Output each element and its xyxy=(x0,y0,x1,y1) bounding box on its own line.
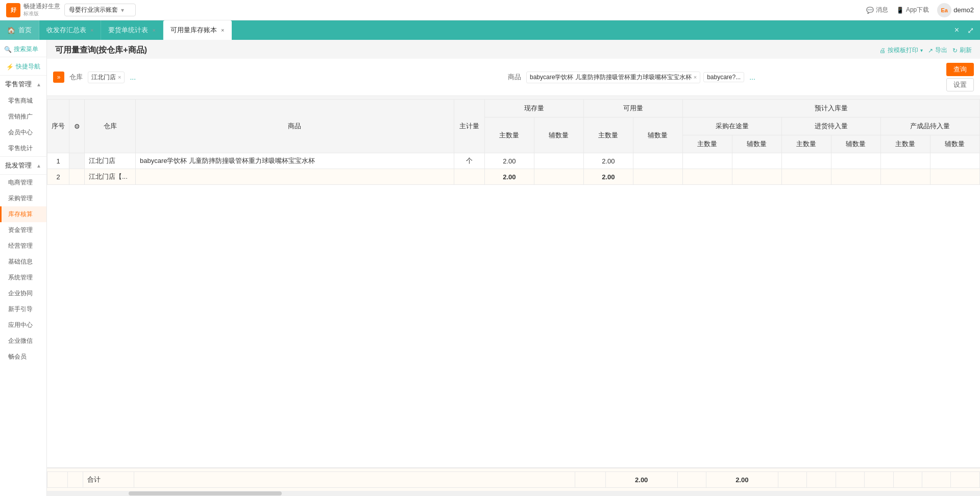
product-tag-1-close[interactable]: × xyxy=(694,74,697,80)
sidebar-item-member[interactable]: 会员中心 xyxy=(0,125,46,140)
print-icon: 🖨 xyxy=(879,47,886,54)
tab-home-label: 首页 xyxy=(18,26,32,35)
sidebar-item-retail-stats[interactable]: 零售统计 xyxy=(0,140,46,156)
export-action[interactable]: ↗ 导出 xyxy=(928,46,947,55)
page-header: 可用量查询(按仓库+商品) 🖨 按模板打印 ▾ ↗ 导出 ↻ 刷新 xyxy=(47,40,980,59)
tenant-name: 母婴行业演示账套 xyxy=(69,6,118,14)
col-gear-header[interactable]: ⚙ xyxy=(69,100,85,153)
row2-incoming-main xyxy=(781,169,831,185)
col-group-header-row: 序号 ⚙ 仓库 商品 主计量 现存量 可用量 预计入库量 xyxy=(47,100,980,117)
fullscreen-btn[interactable]: ⤢ xyxy=(965,25,976,36)
sidebar-quick-nav[interactable]: ⚡ 快捷导航 xyxy=(0,57,46,76)
user-name: demo2 xyxy=(953,6,974,14)
nav-tabs: 🏠 首页 收发存汇总表 × 要货单统计表 × 可用量库存账本 × × ⤢ xyxy=(0,20,980,40)
page-actions: 🖨 按模板打印 ▾ ↗ 导出 ↻ 刷新 xyxy=(879,46,972,55)
row2-purchase-main xyxy=(682,169,732,185)
page-title: 可用量查询(按仓库+商品) xyxy=(55,45,147,56)
filter-tag-area: 江北门店 × ... xyxy=(88,72,503,83)
top-bar: 好 畅捷通好生意 标准版 母婴行业演示账套 ▾ 💬 消息 📱 App下载 Ea … xyxy=(0,0,980,20)
sidebar-item-wechat[interactable]: 企业微信 xyxy=(0,333,46,349)
col-purchase-main-header: 主数量 xyxy=(682,135,732,153)
scroll-thumb[interactable] xyxy=(129,491,282,495)
footer-gear-cell xyxy=(68,472,83,488)
product-more-btn[interactable]: ... xyxy=(747,73,757,81)
tab-keyongliang[interactable]: 可用量库存账本 × xyxy=(163,20,232,40)
tab-shoufacun[interactable]: 收发存汇总表 × xyxy=(39,20,101,40)
sidebar-item-operation[interactable]: 经营管理 xyxy=(0,238,46,254)
table-footer: 合计 2.00 2.00 xyxy=(47,467,980,491)
main-layout: 🔍 搜索菜单 ⚡ 快捷导航 零售管理 ▲ 零售商城 营销推广 会员中心 零售统计… xyxy=(0,40,980,496)
sidebar-section-wholesale-header[interactable]: 批发管理 ▲ xyxy=(0,157,46,174)
tab-home[interactable]: 🏠 首页 xyxy=(0,20,39,40)
app-icon: 📱 xyxy=(896,7,904,14)
sidebar-item-ecommerce[interactable]: 电商管理 xyxy=(0,175,46,191)
sidebar-item-finance[interactable]: 资金管理 xyxy=(0,222,46,238)
filter-expand-btn[interactable]: » xyxy=(53,72,64,83)
footer-product-sub xyxy=(951,472,980,488)
filter-row: » 仓库 江北门店 × ... 商品 babycare学饮杯 儿童防摔防撞吸管杯… xyxy=(47,59,980,96)
sidebar-item-enterprise[interactable]: 企业协同 xyxy=(0,286,46,301)
sidebar-item-inventory[interactable]: 库存核算 xyxy=(0,206,46,222)
sidebar-search[interactable]: 🔍 搜索菜单 xyxy=(0,40,46,57)
avatar-text: Ea xyxy=(941,7,948,13)
close-all-tabs-btn[interactable]: × xyxy=(952,25,961,36)
footer-current-sub xyxy=(677,472,706,488)
warehouse-tag-close[interactable]: × xyxy=(118,74,121,80)
row2-product xyxy=(136,169,454,185)
logo-text: 畅捷通好生意 xyxy=(23,3,60,11)
refresh-action[interactable]: ↻ 刷新 xyxy=(952,46,972,55)
col-product-pending-header: 产成品待入量 xyxy=(880,117,979,135)
row2-purchase-sub xyxy=(732,169,781,185)
row2-current-sub xyxy=(534,169,583,185)
tab-keyongliang-close[interactable]: × xyxy=(221,27,224,33)
col-current-main-header: 主数量 xyxy=(484,117,534,153)
sidebar-item-retail-mall[interactable]: 零售商城 xyxy=(0,93,46,109)
col-avail-main-header: 主数量 xyxy=(583,117,633,153)
sidebar-item-marketing[interactable]: 营销推广 xyxy=(0,109,46,125)
query-button[interactable]: 查询 xyxy=(946,63,974,76)
nav-tabs-end: × ⤢ xyxy=(952,20,980,40)
row1-product-main xyxy=(880,153,930,169)
setting-button[interactable]: 设置 xyxy=(946,78,974,91)
sidebar-item-vip[interactable]: 畅会员 xyxy=(0,349,46,365)
tab-yaohuo-close[interactable]: × xyxy=(152,27,155,33)
table-container[interactable]: 序号 ⚙ 仓库 商品 主计量 现存量 可用量 预计入库量 主数量 辅数量 主数量… xyxy=(47,99,980,467)
row2-product-sub xyxy=(930,169,979,185)
tab-shoufacun-close[interactable]: × xyxy=(90,27,93,33)
footer-incoming-main xyxy=(865,472,893,488)
warehouse-tag[interactable]: 江北门店 × xyxy=(88,72,125,83)
msg-icon: 💬 xyxy=(866,7,874,14)
sidebar-item-system[interactable]: 系统管理 xyxy=(0,270,46,286)
row1-product: babycare学饮杯 儿童防摔防撞吸管杯重力球吸嘴杯宝宝水杯 xyxy=(136,153,454,169)
product-tag-2[interactable]: babycare?... xyxy=(703,72,744,82)
row2-gear xyxy=(69,169,85,185)
export-icon: ↗ xyxy=(928,47,933,54)
tenant-select[interactable]: 母婴行业演示账套 ▾ xyxy=(64,4,136,16)
sidebar-section-retail-header[interactable]: 零售管理 ▲ xyxy=(0,76,46,93)
search-icon: 🔍 xyxy=(4,46,12,53)
retail-expand-icon: ▲ xyxy=(36,82,41,87)
product-tag-1[interactable]: babycare学饮杯 儿童防摔防撞吸管杯重力球吸嘴杯宝宝水杯 × xyxy=(526,72,700,83)
user-info[interactable]: Ea demo2 xyxy=(937,3,974,17)
horizontal-scrollbar[interactable] xyxy=(47,491,980,496)
col-avail-sub-header: 辅数量 xyxy=(633,117,682,153)
sidebar-item-appcenter[interactable]: 应用中心 xyxy=(0,317,46,333)
footer-row: 合计 2.00 2.00 xyxy=(47,472,980,488)
footer-unit-cell xyxy=(575,472,605,488)
sidebar-item-purchase[interactable]: 采购管理 xyxy=(0,191,46,206)
app-download-action[interactable]: 📱 App下载 xyxy=(896,6,929,14)
warehouse-tag-value: 江北门店 xyxy=(91,73,116,82)
footer-product-main xyxy=(922,472,951,488)
print-action[interactable]: 🖨 按模板打印 ▾ xyxy=(879,46,923,55)
footer-no-cell xyxy=(47,472,68,488)
top-bar-right: 💬 消息 📱 App下载 Ea demo2 xyxy=(866,3,974,17)
tab-yaohuo[interactable]: 要货单统计表 × xyxy=(101,20,163,40)
filter-actions: 查询 设置 xyxy=(946,63,974,91)
row1-avail-main: 2.00 xyxy=(583,153,633,169)
tab-shoufacun-label: 收发存汇总表 xyxy=(46,26,86,35)
sidebar-item-basic-info[interactable]: 基础信息 xyxy=(0,254,46,270)
top-bar-left: 好 畅捷通好生意 标准版 母婴行业演示账套 ▾ xyxy=(6,3,136,18)
warehouse-more-btn[interactable]: ... xyxy=(128,73,138,81)
msg-action[interactable]: 💬 消息 xyxy=(866,6,888,14)
sidebar-item-newguide[interactable]: 新手引导 xyxy=(0,301,46,317)
